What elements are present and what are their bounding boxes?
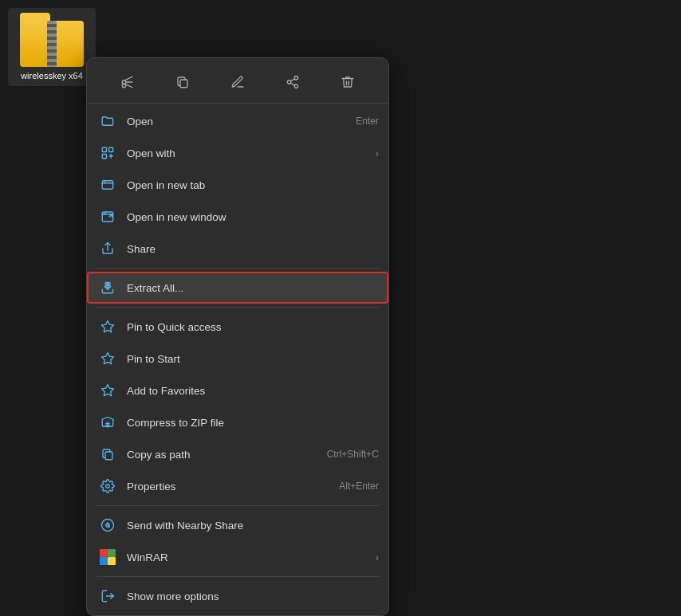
- menu-item-properties[interactable]: Properties Alt+Enter: [87, 470, 388, 502]
- menu-item-copy-path-shortcut: Ctrl+Shift+C: [327, 449, 379, 460]
- cut-button[interactable]: [113, 68, 142, 96]
- menu-item-compress-zip[interactable]: Compress to ZIP file: [87, 406, 388, 438]
- context-menu-toolbar: [87, 61, 388, 104]
- separator-3: [96, 505, 379, 506]
- folder-icon-graphic: [20, 13, 84, 67]
- svg-marker-18: [102, 385, 114, 396]
- menu-item-winrar-arrow: ›: [376, 551, 379, 563]
- svg-rect-28: [108, 557, 116, 565]
- menu-item-pin-quick[interactable]: Pin to Quick access: [87, 311, 388, 343]
- svg-rect-7: [109, 147, 113, 151]
- menu-item-add-favorites[interactable]: Add to Favorites: [87, 375, 388, 406]
- winrar-icon: [96, 546, 119, 568]
- svg-rect-0: [180, 80, 187, 88]
- menu-item-properties-label: Properties: [127, 481, 176, 492]
- menu-item-winrar[interactable]: WinRAR ›: [87, 541, 388, 573]
- copy-path-icon: [96, 443, 119, 465]
- svg-marker-16: [102, 321, 114, 332]
- menu-item-open-with-label: Open with: [127, 147, 175, 159]
- menu-item-more-options-label: Show more options: [127, 590, 219, 602]
- properties-icon: [96, 475, 119, 497]
- pin-start-icon: [96, 347, 119, 370]
- open-new-tab-icon: [96, 174, 119, 196]
- menu-item-nearby-share-label: Send with Nearby Share: [127, 520, 243, 532]
- menu-item-open-with-arrow: ›: [376, 147, 379, 159]
- menu-item-open-label: Open: [127, 116, 153, 128]
- svg-marker-17: [102, 353, 114, 364]
- menu-item-open-new-tab-label: Open in new tab: [127, 179, 205, 191]
- menu-item-open-new-tab[interactable]: Open in new tab: [87, 169, 388, 201]
- menu-item-open-shortcut: Enter: [356, 116, 379, 127]
- separator-4: [96, 576, 379, 577]
- menu-item-extract-all-label: Extract All...: [127, 282, 183, 294]
- menu-item-more-options[interactable]: Show more options: [87, 580, 388, 612]
- menu-item-extract-all[interactable]: Extract All...: [87, 272, 388, 304]
- menu-item-nearby-share[interactable]: Send with Nearby Share: [87, 509, 388, 541]
- folder-icon-label: wirelesskey x64: [21, 70, 83, 81]
- share-menu-icon: [96, 237, 119, 260]
- menu-item-copy-path-label: Copy as path: [127, 449, 191, 461]
- menu-item-open-with[interactable]: Open with ›: [87, 137, 388, 169]
- menu-item-open-new-window-label: Open in new window: [127, 211, 226, 223]
- menu-item-properties-shortcut: Alt+Enter: [339, 481, 379, 492]
- menu-item-open-new-window[interactable]: Open in new window: [87, 201, 388, 233]
- menu-item-share[interactable]: Share: [87, 233, 388, 265]
- open-with-icon: [96, 142, 119, 164]
- open-new-window-icon: [96, 206, 119, 228]
- menu-item-pin-quick-label: Pin to Quick access: [127, 321, 222, 333]
- share-toolbar-button[interactable]: [278, 68, 307, 96]
- rename-button[interactable]: [223, 68, 252, 96]
- copy-button[interactable]: [168, 68, 197, 96]
- menu-item-add-favorites-label: Add to Favorites: [127, 385, 205, 397]
- svg-rect-8: [102, 155, 106, 159]
- menu-item-compress-zip-label: Compress to ZIP file: [127, 417, 224, 429]
- open-icon: [96, 110, 119, 132]
- menu-item-copy-path[interactable]: Copy as path Ctrl+Shift+C: [87, 438, 388, 470]
- menu-item-share-label: Share: [127, 243, 155, 255]
- pin-quick-icon: [96, 316, 119, 338]
- svg-rect-25: [100, 549, 108, 557]
- compress-zip-icon: [96, 411, 119, 434]
- svg-line-5: [291, 79, 295, 81]
- copy-icon: [175, 75, 190, 89]
- more-options-icon: [96, 585, 119, 607]
- separator-1: [96, 268, 379, 269]
- svg-rect-22: [105, 452, 112, 460]
- menu-item-pin-start[interactable]: Pin to Start: [87, 343, 388, 375]
- extract-all-icon: [96, 277, 119, 299]
- menu-item-open[interactable]: Open Enter: [87, 105, 388, 137]
- svg-rect-6: [102, 147, 106, 151]
- svg-rect-27: [100, 557, 108, 565]
- delete-icon: [340, 75, 355, 89]
- svg-rect-26: [108, 549, 116, 557]
- cut-icon: [120, 75, 135, 89]
- rename-icon: [230, 75, 245, 89]
- context-menu: Open Enter Open with › Open in new tab: [86, 57, 389, 616]
- folder-icon[interactable]: wirelesskey x64: [8, 8, 96, 86]
- svg-line-4: [291, 83, 295, 85]
- add-favorites-icon: [96, 379, 119, 402]
- delete-button[interactable]: [333, 68, 362, 96]
- svg-point-23: [106, 485, 110, 488]
- nearby-share-icon: [96, 514, 119, 536]
- separator-2: [96, 307, 379, 308]
- share-icon: [285, 75, 300, 89]
- menu-item-pin-start-label: Pin to Start: [127, 353, 180, 365]
- menu-item-winrar-label: WinRAR: [127, 551, 168, 563]
